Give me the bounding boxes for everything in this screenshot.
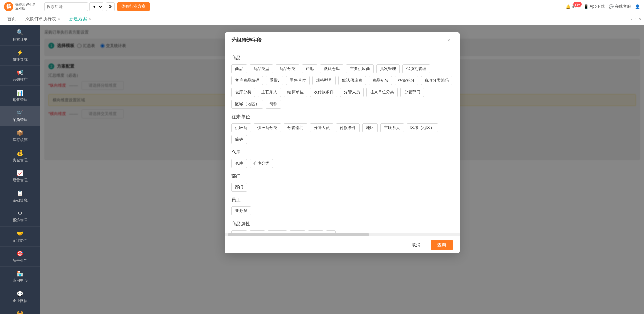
sidebar-item-quick-nav[interactable]: ⚡ 快捷导航 [0, 46, 40, 66]
field-tag[interactable]: 主要供应商 [346, 64, 374, 73]
field-tag[interactable]: 简称 [266, 100, 281, 109]
field-tag[interactable]: 业务员 [231, 206, 251, 215]
tab-purchase-list[interactable]: 采购订单执行表 × [21, 13, 65, 25]
cooperation-icon: 🤝 [17, 230, 23, 237]
group-fields-dept: 部门 [231, 183, 453, 192]
sidebar-item-marketing[interactable]: 📢 营销推广 [0, 66, 40, 86]
modal-close-button[interactable]: × [445, 36, 453, 44]
field-tag[interactable]: 分管部门 [400, 88, 424, 97]
field-tag[interactable]: 付款条件 [336, 123, 360, 132]
field-tag[interactable]: 商品 [231, 64, 247, 73]
field-tag[interactable]: 分管部门 [284, 123, 307, 132]
top-nav-area: ▼ ⚙ 体验行业方案 [44, 2, 566, 11]
modal-body[interactable]: 商品 商品商品类型商品分类产地默认仓库主要供应商批次管理保质期管理客户商品编码重… [225, 48, 460, 233]
group-fields-warehouse: 仓库仓库分类 [231, 159, 453, 168]
field-tag[interactable]: 批次管理 [376, 64, 400, 73]
field-tag[interactable]: 鞋码 [308, 230, 323, 233]
sidebar-item-operations[interactable]: 📈 经营管理 [0, 166, 40, 186]
field-tag[interactable]: 仓库分类 [231, 88, 255, 97]
field-tag[interactable]: 1 [326, 230, 336, 233]
sidebar-item-search[interactable]: 🔍 搜索菜单 [0, 25, 40, 46]
sidebar-item-system[interactable]: ⚙ 系统管理 [0, 206, 40, 227]
trial-button[interactable]: 体验行业方案 [117, 2, 150, 11]
field-tag[interactable]: 颜色 [250, 230, 265, 233]
marketing-icon: 📢 [17, 69, 23, 76]
field-tag[interactable]: 往来单位分类 [366, 88, 398, 97]
app-download-button[interactable]: 📱 App下载 [584, 4, 605, 9]
field-tag[interactable]: 商品分类 [276, 64, 299, 73]
online-service-button[interactable]: 💬 在线客服 [609, 4, 631, 9]
sidebar-item-sales[interactable]: 📊 销售管理 [0, 86, 40, 106]
field-tag[interactable]: 零售单位 [286, 76, 310, 85]
field-tag[interactable]: 重量3 [266, 76, 283, 85]
main-layout: 🔍 搜索菜单 ⚡ 快捷导航 📢 营销推广 📊 销售管理 🛒 采购管理 📦 库存核… [0, 25, 644, 314]
field-tag[interactable]: 尺码 [290, 230, 305, 233]
sidebar-item-guide[interactable]: 🎯 新手引导 [0, 247, 40, 267]
sidebar-item-cooperation[interactable]: 🤝 企业协同 [0, 227, 40, 247]
basic-info-icon: 📋 [17, 190, 23, 196]
sidebar-item-weixin[interactable]: 💬 企业微信 [0, 287, 40, 307]
field-tag[interactable]: 收付款条件 [310, 88, 337, 97]
search-input[interactable] [44, 2, 88, 11]
tabs-bar: 首页 采购订单执行表 × 新建方案 × ‹ › × [0, 13, 644, 25]
tab-new-plan[interactable]: 新建方案 × [65, 13, 96, 25]
tabs-next-icon[interactable]: › [635, 17, 636, 22]
cancel-button[interactable]: 取消 [405, 240, 427, 250]
modal-title: 分组待选字段 [231, 37, 262, 43]
tabs-prev-icon[interactable]: ‹ [631, 17, 632, 22]
group-fields-partner: 供应商供应商分类分管部门分管人员付款条件地区主联系人区域（地区）简称 [231, 123, 453, 144]
field-tag[interactable]: 地区 [362, 123, 378, 132]
field-tag[interactable]: 分管人员 [340, 88, 364, 97]
search-dropdown[interactable]: ▼ [89, 2, 103, 11]
logo-area: 畅 畅捷通好生意 标准版 [4, 2, 44, 11]
field-tag[interactable]: 多规格 [268, 230, 287, 233]
sidebar-item-finance[interactable]: 💰 资金管理 [0, 146, 40, 166]
field-tag[interactable]: 主联系人 [258, 88, 281, 97]
field-tag[interactable]: 拣货积分 [395, 76, 418, 85]
group-fields-product-attr: 属性颜色多规格尺码鞋码1 [231, 230, 453, 233]
field-tag[interactable]: 简称 [231, 135, 247, 144]
sidebar-item-member[interactable]: 👑 畅会员 [0, 307, 40, 314]
message-button[interactable]: 🔔 消息 99+ [566, 4, 580, 9]
field-tag[interactable]: 商品类型 [250, 64, 273, 73]
modal-header: 分组待选字段 × [225, 32, 460, 48]
tab-close-new-plan[interactable]: × [89, 17, 91, 21]
field-tag[interactable]: 保质期管理 [402, 64, 430, 73]
field-tag[interactable]: 供应商分类 [254, 123, 281, 132]
field-tag[interactable]: 分管人员 [310, 123, 333, 132]
field-tag[interactable]: 供应商 [231, 123, 251, 132]
field-tag[interactable]: 仓库分类 [250, 159, 273, 168]
tabs-close-all-icon[interactable]: × [639, 17, 641, 22]
field-tag[interactable]: 仓库 [231, 159, 247, 168]
content-area: 采购订单执行表方案设置 1 选择模板 汇总表 交叉统计表 [40, 25, 644, 314]
operations-icon: 📈 [17, 170, 23, 176]
confirm-button[interactable]: 查询 [431, 240, 453, 250]
sidebar-item-inventory[interactable]: 📦 库存核算 [0, 126, 40, 146]
field-tag[interactable]: 默认仓库 [320, 64, 343, 73]
field-tag[interactable]: 区域（地区） [231, 100, 263, 109]
field-tag[interactable]: 客户商品编码 [231, 76, 263, 85]
tab-close-purchase[interactable]: × [58, 17, 60, 21]
field-tag[interactable]: 默认供应商 [338, 76, 366, 85]
field-tag[interactable]: 区域（地区） [407, 123, 438, 132]
field-tag[interactable]: 结算单位 [284, 88, 307, 97]
tab-home[interactable]: 首页 [3, 13, 21, 25]
field-tag[interactable]: 主联系人 [380, 123, 404, 132]
sidebar-item-app-center[interactable]: 🏪 应用中心 [0, 267, 40, 287]
field-tag[interactable]: 部门 [231, 183, 247, 192]
message-icon: 🔔 [566, 4, 571, 9]
user-avatar[interactable]: 👤 [635, 4, 640, 9]
group-fields-employee: 业务员 [231, 206, 453, 215]
field-tag[interactable]: 属性 [231, 230, 247, 233]
modal-hscroll[interactable] [225, 233, 460, 236]
sidebar-item-basic-info[interactable]: 📋 基础信息 [0, 186, 40, 206]
field-tag[interactable]: 产地 [302, 64, 317, 73]
field-tag[interactable]: 税收分类编码 [421, 76, 452, 85]
sidebar-item-purchase[interactable]: 🛒 采购管理 [0, 106, 40, 126]
field-tag[interactable]: 商品别名 [369, 76, 392, 85]
close-icon: × [447, 37, 450, 43]
gear-button[interactable]: ⚙ [106, 2, 115, 11]
app-center-icon: 🏪 [17, 270, 23, 277]
field-tag[interactable]: 规格型号 [312, 76, 336, 85]
search-icon: 🔍 [17, 29, 23, 36]
